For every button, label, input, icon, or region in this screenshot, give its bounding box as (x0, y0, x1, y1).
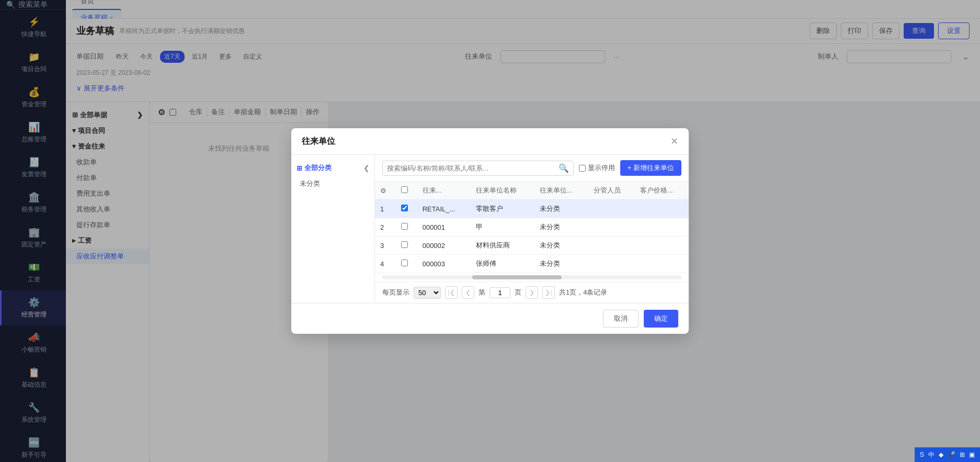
search-input-wrap: 🔍 (382, 161, 574, 176)
total-label: 共1页，4条记录 (559, 288, 607, 297)
row-code-2: 000001 (417, 218, 471, 236)
modal-table-row[interactable]: 1 RETAIL_... 零散客户 未分类 (375, 200, 689, 218)
status-mic[interactable]: 🎤 (948, 451, 955, 458)
modal-pagination: 每页显示 50 20 100 |❮ ❮ 第 页 ❯ ❯| 共1页，4条记录 (375, 281, 689, 303)
row-manager-1 (588, 200, 635, 218)
modal-header: 往来单位 ✕ (291, 128, 689, 155)
row-price-3 (635, 236, 689, 255)
row-checkbox-2[interactable] (396, 218, 417, 236)
row-checkbox-3[interactable] (396, 236, 417, 255)
modal-body: ⊞ 全部分类 ❮ 未分类 🔍 显示停用 (291, 155, 689, 303)
page-word: 第 (478, 288, 485, 297)
confirm-button[interactable]: 确定 (644, 310, 678, 328)
row-name-4: 张师傅 (471, 255, 534, 273)
tree-header: ⊞ 全部分类 ❮ (291, 160, 374, 176)
page-label: 页 (515, 288, 521, 297)
modal-content-right: 🔍 显示停用 + 新增往来单位 ⚙ (375, 155, 689, 303)
modal-scroll-thumb (472, 275, 562, 279)
col-settings: ⚙ (375, 182, 396, 200)
row-price-4 (635, 255, 689, 273)
status-s: S (920, 451, 924, 458)
tree-item-unclassified[interactable]: 未分类 (291, 176, 374, 191)
col-checkbox (396, 182, 417, 200)
row-index-4: 4 (375, 255, 396, 273)
row-name-1: 零散客户 (471, 200, 534, 218)
add-partner-button[interactable]: + 新增往来单位 (620, 160, 681, 176)
col-category: 往来单位... (534, 182, 588, 200)
modal-tree: ⊞ 全部分类 ❮ 未分类 (291, 155, 375, 303)
per-page-label: 每页显示 (382, 288, 409, 297)
row-index-3: 3 (375, 236, 396, 255)
row-code-3: 000002 (417, 236, 471, 255)
modal-table-row[interactable]: 4 000003 张师傅 未分类 (375, 255, 689, 273)
modal-search-bar: 🔍 显示停用 + 新增往来单位 (375, 155, 689, 182)
modal-table: ⚙ 往来... 往来单位名称 往来单位... 分管人员 客户价格... 1 RE… (375, 182, 689, 273)
modal-table-wrap: ⚙ 往来... 往来单位名称 往来单位... 分管人员 客户价格... 1 RE… (375, 182, 689, 273)
row-price-2 (635, 218, 689, 236)
col-code: 往来... (417, 182, 471, 200)
status-lang[interactable]: 中 (928, 450, 935, 459)
row-manager-2 (588, 218, 635, 236)
modal-table-row[interactable]: 2 000001 甲 未分类 (375, 218, 689, 236)
modal-close-button[interactable]: ✕ (670, 136, 678, 147)
row-name-3: 材料供应商 (471, 236, 534, 255)
row-checkbox-4[interactable] (396, 255, 417, 273)
row-category-3: 未分类 (534, 236, 588, 255)
prev-page-btn[interactable]: ❮ (462, 286, 474, 299)
row-checkbox-1[interactable] (396, 200, 417, 218)
row-name-2: 甲 (471, 218, 534, 236)
status-diamond: ◆ (939, 451, 943, 458)
row-price-1 (635, 200, 689, 218)
col-manager: 分管人员 (588, 182, 635, 200)
status-rect[interactable]: ▣ (969, 451, 975, 458)
status-grid[interactable]: ⊞ (960, 451, 965, 458)
row-category-4: 未分类 (534, 255, 588, 273)
partner-search-input[interactable] (387, 164, 556, 172)
row-category-2: 未分类 (534, 218, 588, 236)
status-bar: S 中 ◆ 🎤 ⊞ ▣ (915, 447, 980, 462)
row-index-2: 2 (375, 218, 396, 236)
cancel-button[interactable]: 取消 (603, 310, 639, 328)
modal-table-row[interactable]: 3 000002 材料供应商 未分类 (375, 236, 689, 255)
first-page-btn[interactable]: |❮ (445, 286, 458, 299)
grid-icon-modal: ⊞ (297, 164, 302, 172)
search-icon-modal: 🔍 (559, 163, 569, 173)
last-page-btn[interactable]: ❯| (542, 286, 555, 299)
row-code-4: 000003 (417, 255, 471, 273)
row-code-1: RETAIL_... (417, 200, 471, 218)
tree-collapse-btn[interactable]: ❮ (363, 164, 369, 172)
row-index-1: 1 (375, 200, 396, 218)
col-name: 往来单位名称 (471, 182, 534, 200)
page-number-input[interactable] (489, 287, 510, 298)
row-manager-3 (588, 236, 635, 255)
show-disabled-wrap: 显示停用 (579, 163, 615, 173)
modal-table-header: ⚙ 往来... 往来单位名称 往来单位... 分管人员 客户价格... (375, 182, 689, 200)
modal-overlay[interactable]: 往来单位 ✕ ⊞ 全部分类 ❮ 未分类 🔍 (0, 0, 980, 462)
modal-scrollbar[interactable] (382, 275, 681, 279)
settings-icon-table[interactable]: ⚙ (380, 187, 386, 195)
row-category-1: 未分类 (534, 200, 588, 218)
next-page-btn[interactable]: ❯ (526, 286, 538, 299)
show-disabled-label: 显示停用 (588, 163, 615, 173)
modal-title: 往来单位 (302, 136, 335, 147)
row-manager-4 (588, 255, 635, 273)
per-page-select[interactable]: 50 20 100 (414, 287, 441, 299)
modal-select-all[interactable] (401, 186, 408, 193)
modal: 往来单位 ✕ ⊞ 全部分类 ❮ 未分类 🔍 (291, 128, 689, 334)
show-disabled-checkbox[interactable] (579, 165, 586, 172)
modal-footer: 取消 确定 (291, 303, 689, 334)
col-price: 客户价格... (635, 182, 689, 200)
